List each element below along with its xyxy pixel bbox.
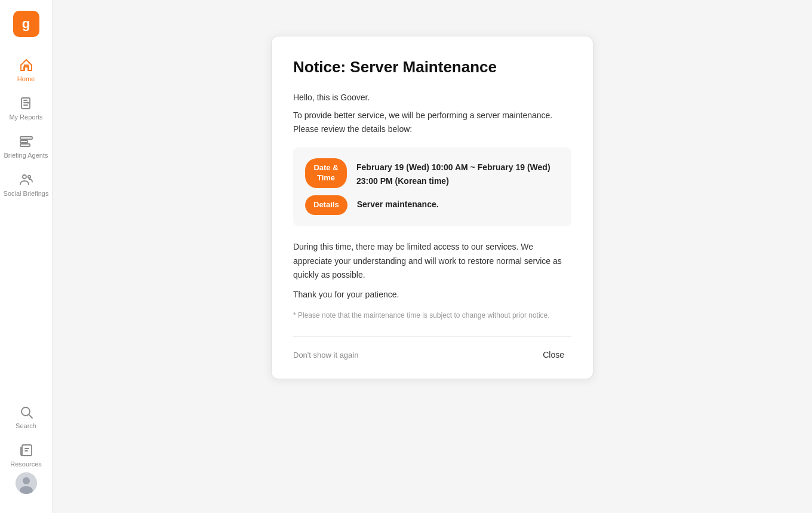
sidebar-item-home[interactable]: Home (0, 49, 52, 87)
sidebar-item-search[interactable]: Search (0, 396, 52, 434)
sidebar-item-my-reports[interactable]: AI My Reports (0, 87, 52, 125)
dont-show-again-link[interactable]: Don't show it again (293, 351, 358, 360)
notice-info-box: Date &Time February 19 (Wed) 10:00 AM ~ … (293, 148, 571, 226)
svg-rect-4 (20, 144, 30, 146)
resources-icon (19, 443, 34, 458)
my-reports-icon: AI (19, 96, 34, 111)
notice-intro: Hello, this is Goover. (293, 91, 571, 104)
search-icon (19, 404, 34, 420)
notice-footer: Don't show it again Close (293, 336, 571, 362)
notice-details-row: Details Server maintenance. (305, 195, 559, 215)
notice-description: To provide better service, we will be pe… (293, 109, 571, 136)
details-badge: Details (305, 195, 347, 215)
sidebar-item-social-briefings[interactable]: Social Briefings (0, 164, 52, 202)
notice-details-value: Server maintenance. (357, 195, 439, 211)
avatar[interactable] (16, 472, 37, 494)
svg-line-8 (29, 415, 32, 419)
notice-modal: Notice: Server Maintenance Hello, this i… (271, 36, 593, 379)
briefing-agents-icon (19, 134, 34, 149)
notice-title: Notice: Server Maintenance (293, 58, 571, 76)
notice-date-row: Date &Time February 19 (Wed) 10:00 AM ~ … (305, 158, 559, 188)
svg-rect-3 (20, 140, 27, 143)
app-logo[interactable]: g (13, 11, 39, 37)
svg-point-12 (23, 477, 30, 484)
notice-date-value: February 19 (Wed) 10:00 AM ~ February 19… (356, 158, 559, 188)
sidebar: g Home AI My Reports (0, 0, 53, 513)
sidebar-bottom: Search Resources (0, 396, 52, 513)
svg-text:AI: AI (27, 101, 30, 105)
notice-thanks: Thank you for your patience. (293, 290, 571, 299)
sidebar-item-resources[interactable]: Resources (0, 434, 52, 472)
sidebar-item-briefing-agents[interactable]: Briefing Agents (0, 125, 52, 164)
date-time-badge: Date &Time (305, 158, 347, 188)
notice-body: During this time, there may be limited a… (293, 240, 571, 282)
social-briefings-icon (19, 172, 34, 188)
home-icon (19, 57, 34, 73)
notice-footnote: * Please note that the maintenance time … (293, 311, 571, 320)
svg-rect-2 (20, 137, 32, 139)
svg-point-5 (23, 175, 26, 179)
svg-point-6 (27, 176, 30, 178)
main-content: Notice: Server Maintenance Hello, this i… (53, 0, 812, 513)
close-button[interactable]: Close (536, 348, 571, 362)
sidebar-nav: Home AI My Reports Briefing (0, 49, 52, 202)
